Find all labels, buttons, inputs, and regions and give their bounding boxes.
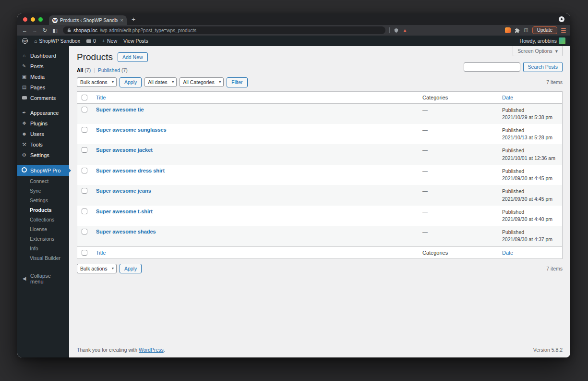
browser-menu-icon[interactable] bbox=[561, 28, 566, 33]
sidebar-subitem-extensions[interactable]: Extensions bbox=[17, 234, 69, 244]
add-new-button[interactable]: Add New bbox=[118, 52, 148, 62]
date-filter-select[interactable]: All dates bbox=[144, 77, 177, 87]
browser-window: W Products ‹ ShopWP Sandbox — × + ← → ↻ … bbox=[17, 13, 570, 357]
wordpress-link[interactable]: WordPress bbox=[139, 347, 164, 353]
sort-by-date[interactable]: Date bbox=[502, 95, 513, 100]
forward-button[interactable]: → bbox=[32, 28, 38, 33]
product-title-link[interactable]: Super awesome jacket bbox=[96, 147, 153, 153]
row-checkbox[interactable] bbox=[82, 168, 87, 173]
shield-icon[interactable] bbox=[394, 28, 399, 33]
browser-tab[interactable]: W Products ‹ ShopWP Sandbox — × bbox=[49, 15, 127, 25]
sidebar-item-users[interactable]: ☻Users bbox=[17, 129, 69, 139]
product-title-link[interactable]: Super awesome jeans bbox=[96, 188, 151, 194]
product-title-link[interactable]: Super awesome sunglasses bbox=[96, 127, 167, 133]
row-checkbox[interactable] bbox=[82, 147, 87, 153]
sort-by-title[interactable]: Title bbox=[96, 95, 106, 100]
reload-button[interactable]: ↻ bbox=[42, 28, 48, 33]
extension-icon[interactable] bbox=[505, 27, 511, 33]
home-icon: ⌂ bbox=[34, 38, 37, 44]
main-content: Screen Options ▾ Products Add New Search… bbox=[69, 46, 570, 357]
apply-button-bottom[interactable]: Apply bbox=[120, 264, 142, 274]
sidebar-item-dashboard[interactable]: ⌂Dashboard bbox=[17, 50, 69, 61]
sidebar-subitem-collections[interactable]: Collections bbox=[17, 215, 69, 224]
pages-icon: ▤ bbox=[22, 85, 27, 90]
sidebar-item-appearance[interactable]: ✒Appearance bbox=[17, 108, 69, 118]
back-button[interactable]: ← bbox=[22, 28, 28, 33]
select-all-checkbox[interactable] bbox=[82, 95, 87, 100]
settings-icon: ⚙ bbox=[22, 153, 27, 158]
row-checkbox[interactable] bbox=[82, 127, 87, 133]
sidebar-item-media[interactable]: ▣Media bbox=[17, 72, 69, 82]
table-header: Title Categories Date bbox=[77, 92, 562, 104]
traffic-light-close[interactable] bbox=[23, 17, 27, 22]
search-posts-button[interactable]: Search Posts bbox=[523, 62, 563, 72]
row-status: Published bbox=[502, 147, 558, 154]
sidebar-subitem-info[interactable]: Info bbox=[17, 244, 69, 253]
extensions-puzzle-icon[interactable] bbox=[515, 28, 520, 33]
list-toolbar: Bulk actions Apply All dates All Categor… bbox=[77, 77, 563, 87]
table-row: Super awesome jeans — Published2021/09/3… bbox=[77, 185, 562, 205]
comments-indicator[interactable]: 0 bbox=[86, 38, 96, 44]
sidebar-subitem-products[interactable]: Products bbox=[17, 205, 69, 215]
table-row: Super awesome shades — Published2021/09/… bbox=[77, 226, 562, 246]
bulk-actions-select-bottom[interactable]: Bulk actions bbox=[77, 264, 117, 273]
plugins-icon: ❖ bbox=[22, 121, 27, 126]
apply-button[interactable]: Apply bbox=[120, 77, 142, 87]
view-posts-link[interactable]: View Posts bbox=[123, 38, 148, 44]
sidebar-item-shopwp-pro[interactable]: ShopWP Pro bbox=[17, 165, 69, 176]
sidebar-item-tools[interactable]: ⚒Tools bbox=[17, 139, 69, 150]
sidebar-item-posts[interactable]: ✎Posts bbox=[17, 61, 69, 72]
tab-search-icon[interactable] bbox=[559, 16, 564, 22]
sidebar-subitem-license[interactable]: License bbox=[17, 224, 69, 234]
sidebar-item-comments[interactable]: Comments bbox=[17, 93, 69, 103]
bulk-actions-select[interactable]: Bulk actions bbox=[77, 77, 117, 87]
new-content-button[interactable]: + New bbox=[102, 38, 117, 44]
version-text: Version 5.8.2 bbox=[533, 347, 563, 353]
sort-by-title[interactable]: Title bbox=[96, 250, 106, 256]
filter-all[interactable]: All (7) bbox=[77, 67, 91, 73]
close-tab-icon[interactable]: × bbox=[120, 17, 123, 23]
select-all-checkbox[interactable] bbox=[82, 250, 87, 256]
sidebar-subitem-settings[interactable]: Settings bbox=[17, 196, 69, 205]
screen-options-button[interactable]: Screen Options ▾ bbox=[513, 46, 563, 56]
update-button[interactable]: Update bbox=[532, 26, 557, 34]
sidebar-item-settings[interactable]: ⚙Settings bbox=[17, 150, 69, 160]
browser-toolbar: ← → ↻ ◧ shopwp.loc/wp-admin/edit.php?pos… bbox=[17, 25, 570, 36]
address-bar[interactable]: shopwp.loc/wp-admin/edit.php?post_type=w… bbox=[63, 26, 385, 34]
products-table: Title Categories Date Super awesome tie … bbox=[77, 91, 563, 259]
product-title-link[interactable]: Super awesome dress shirt bbox=[96, 168, 165, 173]
side-panel-toggle-icon[interactable]: ◫ bbox=[524, 28, 528, 33]
table-row: Super awesome jacket — Published2021/10/… bbox=[77, 144, 562, 164]
warning-icon[interactable]: ▲ bbox=[403, 28, 407, 33]
sidebar-subitem-sync[interactable]: Sync bbox=[17, 186, 69, 196]
sidebar-item-pages[interactable]: ▤Pages bbox=[17, 82, 69, 93]
row-checkbox[interactable] bbox=[82, 107, 87, 112]
row-checkbox[interactable] bbox=[82, 229, 87, 234]
filter-button[interactable]: Filter bbox=[227, 77, 247, 87]
category-filter-select[interactable]: All Categories bbox=[180, 77, 224, 87]
product-title-link[interactable]: Super awesome shades bbox=[96, 229, 156, 234]
column-categories: Categories bbox=[418, 92, 498, 103]
sidebar-subitem-visual-builder[interactable]: Visual Builder bbox=[17, 253, 69, 263]
traffic-light-minimize[interactable] bbox=[31, 17, 35, 22]
sort-by-date[interactable]: Date bbox=[502, 250, 513, 256]
items-count: 7 items bbox=[546, 79, 563, 85]
side-panel-icon[interactable]: ◧ bbox=[52, 28, 58, 33]
site-name-link[interactable]: ⌂ ShopWP Sandbox bbox=[34, 38, 80, 44]
sidebar-item-plugins[interactable]: ❖Plugins bbox=[17, 118, 69, 129]
row-checkbox[interactable] bbox=[82, 209, 87, 214]
account-menu[interactable]: Howdy, arobbins bbox=[520, 37, 565, 44]
new-tab-button[interactable]: + bbox=[132, 16, 135, 23]
product-title-link[interactable]: Super awesome t-shirt bbox=[96, 209, 153, 214]
column-categories: Categories bbox=[418, 247, 498, 258]
sidebar-subitem-connect[interactable]: Connect bbox=[17, 176, 69, 186]
row-status: Published bbox=[502, 229, 558, 236]
filter-published[interactable]: Published (7) bbox=[98, 67, 128, 73]
list-toolbar-bottom: Bulk actions Apply 7 items bbox=[77, 264, 563, 274]
wp-logo-icon[interactable]: W bbox=[22, 38, 28, 44]
product-title-link[interactable]: Super awesome tie bbox=[96, 107, 144, 112]
row-checkbox[interactable] bbox=[82, 188, 87, 194]
collapse-menu-button[interactable]: ◀Collapse menu bbox=[17, 270, 69, 287]
search-input[interactable] bbox=[464, 62, 520, 72]
traffic-light-zoom[interactable] bbox=[38, 17, 43, 22]
